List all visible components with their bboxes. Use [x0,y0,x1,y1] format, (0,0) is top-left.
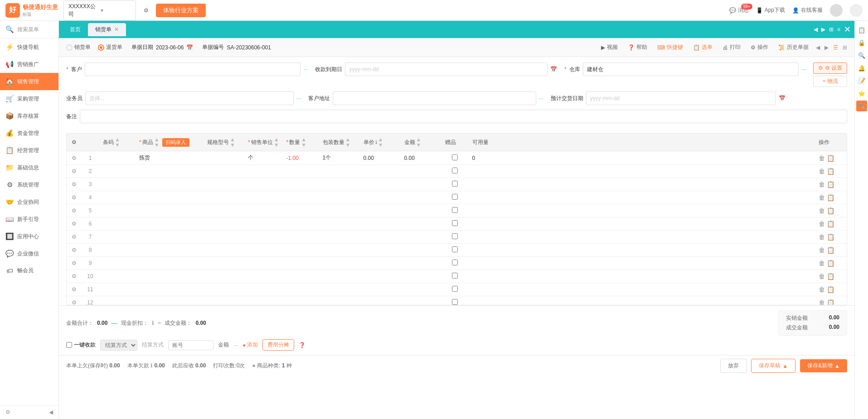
settings-icon[interactable]: ⚙ [140,4,152,17]
delete-row-icon[interactable]: 🗑 [819,220,825,227]
expected-delivery-input[interactable]: yyyy-mm-dd [586,92,776,105]
discount-info-icon[interactable]: ℹ [152,320,154,326]
gift-checkbox[interactable] [452,233,458,239]
copy-row-icon[interactable]: 📋 [827,286,834,293]
history-btn[interactable]: 📜 历史单据 [776,43,811,52]
payment-method-select[interactable]: 结算方式 [100,340,137,351]
copy-row-icon[interactable]: 📋 [827,168,834,175]
user-menu[interactable] [850,4,863,17]
select-btn[interactable]: 📋 选单 [690,43,715,52]
copy-row-icon[interactable]: 📋 [827,207,834,214]
copy-row-icon[interactable]: 📋 [827,273,834,280]
gift-checkbox[interactable] [452,154,458,160]
company-selector[interactable]: XXXXXX公司 ▾ [63,0,136,20]
add-dots-icon[interactable]: ··· [233,342,238,348]
customer-input[interactable] [85,63,301,76]
overdue-info-icon[interactable]: ℹ [150,362,153,369]
customer-dots-btn[interactable]: ··· [303,66,308,72]
delete-row-icon[interactable]: 🗑 [819,286,825,293]
sidebar-item-inventory[interactable]: 📦 库存核算 [0,107,58,125]
right-panel-item-3[interactable]: 🔍 [856,50,867,61]
row-settings-icon[interactable]: ⚙ [72,286,77,293]
right-panel-item-2[interactable]: 🔒 [856,37,867,48]
expense-split-btn[interactable]: 费用分摊 [262,339,294,351]
message-btn[interactable]: 💬 消息 99+ [729,6,749,14]
tab-home[interactable]: 首页 [63,23,88,36]
sidebar-item-quick-nav[interactable]: ⚡ 快捷导航 [0,39,58,56]
tab-list-icon[interactable]: ≡ [837,26,840,33]
row-settings-icon[interactable]: ⚙ [72,273,77,279]
help-btn[interactable]: ❓ 帮助 [625,43,650,52]
delete-row-icon[interactable]: 🗑 [819,260,825,267]
sidebar-item-member[interactable]: 🏷 畅会员 [0,262,58,279]
scan-btn[interactable]: 扫码录入 [162,138,189,147]
page-close-btn[interactable]: ✕ [844,24,851,34]
online-service-btn[interactable]: 👤 在线客服 [792,6,823,14]
gift-checkbox[interactable] [452,181,458,187]
right-panel-item-5[interactable]: 📝 [856,75,867,86]
copy-row-icon[interactable]: 📋 [827,260,834,267]
save-new-btn[interactable]: 保存&新增 ▲ [800,359,847,372]
delete-row-icon[interactable]: 🗑 [819,194,825,201]
gift-checkbox[interactable] [452,168,458,173]
row-settings-icon[interactable]: ⚙ [72,181,77,188]
copy-row-icon[interactable]: 📋 [827,194,834,201]
delete-row-icon[interactable]: 🗑 [819,168,825,175]
video-btn[interactable]: ▶ 视频 [598,43,621,52]
gift-checkbox[interactable] [452,207,458,213]
app-download-btn[interactable]: 📱 App下载 [756,6,785,14]
copy-row-icon[interactable]: 📋 [827,154,834,162]
gift-checkbox[interactable] [452,286,458,292]
delete-row-icon[interactable]: 🗑 [819,154,825,162]
warehouse-input[interactable]: 建材仓 [583,63,799,76]
salesperson-dots-btn[interactable]: ··· [296,95,301,101]
gift-checkbox[interactable] [452,220,458,226]
sidebar-settings-btn[interactable]: ⚙ [5,409,10,415]
add-payment-btn[interactable]: ● 添加 [242,341,258,349]
copy-row-icon[interactable]: 📋 [827,181,834,188]
delete-row-icon[interactable]: 🗑 [819,233,825,241]
trial-button[interactable]: 体验行业方案 [156,4,206,17]
sidebar-item-appstore[interactable]: 🔲 应用中心 [0,228,58,245]
sidebar-item-finance[interactable]: 💰 资金管理 [0,125,58,142]
delete-row-icon[interactable]: 🗑 [819,246,825,254]
row-settings-icon[interactable]: ⚙ [72,247,77,253]
view-list-icon[interactable]: ☰ [833,44,838,51]
salesperson-input[interactable]: 选择... [85,92,294,105]
right-panel-item-1[interactable]: 📋 [856,24,867,35]
sidebar-item-wechat[interactable]: 💬 企业微信 [0,245,58,262]
sidebar-item-marketing[interactable]: 📢 营销推广 [0,56,58,73]
one-key-payment-checkbox[interactable]: 一键收款 [66,341,96,349]
right-panel-item-4[interactable]: 🔔 [856,63,867,73]
tab-close-icon[interactable]: ✕ [114,26,119,33]
sidebar-item-operations[interactable]: 📋 经营管理 [0,142,58,159]
right-panel-item-7[interactable]: 🔧 [856,101,867,111]
copy-row-icon[interactable]: 📋 [827,246,834,254]
view-grid-icon[interactable]: ⊞ [843,44,847,51]
sidebar-collapse-btn[interactable]: ◀ [49,409,53,415]
account-input[interactable] [168,340,213,350]
row-settings-icon[interactable]: ⚙ [72,194,77,201]
tab-nav-next-icon[interactable]: ▶ [821,26,825,33]
gift-checkbox[interactable] [452,299,458,305]
sidebar-search[interactable]: 🔍 搜索菜单 [0,21,58,39]
delete-row-icon[interactable]: 🗑 [819,273,825,280]
tab-sales-order[interactable]: 销货单 ✕ [88,23,126,36]
sidebar-item-system[interactable]: ⚙ 系统管理 [0,176,58,193]
abandon-btn[interactable]: 放弃 [720,359,747,373]
row-settings-icon[interactable]: ⚙ [72,221,77,227]
gift-checkbox[interactable] [452,194,458,200]
nav-next-icon[interactable]: ▶ [824,44,829,51]
sidebar-item-sales[interactable]: 🏠 销售管理 [0,73,58,90]
calendar-icon[interactable]: 📅 [186,44,193,51]
copy-row-icon[interactable]: 📋 [827,233,834,241]
gift-checkbox[interactable] [452,273,458,279]
one-key-payment-input[interactable] [66,342,72,348]
delete-row-icon[interactable]: 🗑 [819,181,825,188]
address-dots-btn[interactable]: ··· [539,95,543,101]
row-settings-icon[interactable]: ⚙ [72,168,77,174]
copy-row-icon[interactable]: 📋 [827,220,834,227]
delete-row-icon[interactable]: 🗑 [819,299,825,305]
row-settings-icon[interactable]: ⚙ [72,234,77,240]
row-settings-icon[interactable]: ⚙ [72,207,77,214]
